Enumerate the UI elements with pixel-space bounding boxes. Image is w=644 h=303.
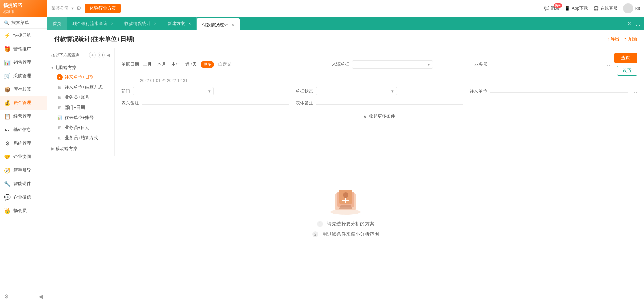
empty-icon xyxy=(325,183,366,217)
scheme-item-staff-account[interactable]: ⊞ 业务员+账号 xyxy=(47,92,114,102)
sidebar-collapse-btn[interactable]: ◀ xyxy=(39,293,43,300)
filter-table-body-note: 表体备注 xyxy=(296,100,463,106)
sidebar-item-corp[interactable]: 🤝 企业协同 xyxy=(0,150,47,163)
messages-badge: 99+ xyxy=(554,3,562,8)
staff-account-icon: ⊞ xyxy=(57,94,63,100)
avatar xyxy=(623,3,633,13)
sidebar-item-system[interactable]: ⚙ 系统管理 xyxy=(0,137,47,150)
system-icon: ⚙ xyxy=(4,140,11,147)
table-body-note-label: 表体备注 xyxy=(296,100,313,106)
staff-ellipsis[interactable]: … xyxy=(605,61,610,67)
customer-service-btn[interactable]: 🎧 在线客服 xyxy=(593,5,618,11)
svg-point-4 xyxy=(343,192,348,198)
date-opt-custom[interactable]: 自定义 xyxy=(217,61,233,68)
sidebar-item-quick-nav[interactable]: ⚡ 快捷导航 xyxy=(0,29,47,42)
sidebar-version: 标准版 xyxy=(3,9,22,14)
sidebar-item-finance[interactable]: 💰 资金管理 xyxy=(0,96,47,110)
tab-expand-btn[interactable]: ⛶ xyxy=(635,21,641,27)
sidebar-item-label: 快捷导航 xyxy=(13,32,31,38)
hint-num-1: 1 xyxy=(317,221,323,227)
empty-state: 1 请先选择要分析的方案 2 用过滤条件来缩小分析范围 xyxy=(47,156,644,264)
partner-input[interactable] xyxy=(490,90,628,93)
tab-payment-stat[interactable]: 付款情况统计 × xyxy=(197,18,240,30)
sidebar-item-hardware[interactable]: 🔧 智能硬件 xyxy=(0,177,47,190)
sidebar-item-guide[interactable]: 🧭 新手引导 xyxy=(0,163,47,177)
inventory-icon: 📦 xyxy=(4,86,11,93)
sidebar-item-label: 智能硬件 xyxy=(13,181,31,187)
tab-bank-flow[interactable]: 现金银行流水查询 × xyxy=(67,17,119,30)
sidebar-item-inventory[interactable]: 📦 库存核算 xyxy=(0,83,47,96)
sidebar-item-wechat[interactable]: 💬 企业微信 xyxy=(0,190,47,204)
app-download-btn[interactable]: 📱 App下载 xyxy=(565,5,588,11)
sidebar-item-marketing[interactable]: 🎁 营销推广 xyxy=(0,42,47,56)
date-opt-last-7-days[interactable]: 近7天 xyxy=(184,61,198,68)
add-scheme-btn[interactable]: + xyxy=(89,52,96,58)
user-avatar[interactable]: Rit xyxy=(623,3,640,13)
staff-input[interactable] xyxy=(490,63,601,66)
company-dropdown-icon[interactable]: ▾ xyxy=(71,6,74,11)
partner-settle-icon: ⊞ xyxy=(57,84,63,90)
service-icon: 🎧 xyxy=(593,6,599,11)
tab-income-stat-close[interactable]: × xyxy=(154,21,156,26)
sidebar-item-basic[interactable]: 🗂 基础信息 xyxy=(0,123,47,137)
scheme-settings-btn[interactable]: ⚙ xyxy=(98,52,105,58)
filter-row-3: 表头备注 表体备注 xyxy=(121,100,637,106)
collapse-filter-btn[interactable]: ∧ 收起更多条件 xyxy=(128,111,631,121)
tab-home[interactable]: 首页 xyxy=(47,17,67,30)
tab-close-all-btn[interactable]: × xyxy=(628,21,631,27)
desktop-group-header[interactable]: ▾ 电脑端方案 xyxy=(47,63,114,72)
messages-btn[interactable]: 💬 消息 99+ xyxy=(544,5,559,11)
guide-icon: 🧭 xyxy=(4,167,11,174)
partner-date-icon: ● xyxy=(57,74,63,80)
collapse-scheme-btn[interactable]: ◀ xyxy=(107,52,110,58)
scheme-panel-controls: + ⚙ ◀ xyxy=(89,52,110,58)
export-btn[interactable]: ↑ 导出 xyxy=(607,36,620,42)
table-body-note-input[interactable] xyxy=(316,102,463,105)
scheme-item-partner-date[interactable]: ● 往来单位+日期 xyxy=(47,72,114,82)
sidebar-item-operation[interactable]: 📋 经营管理 xyxy=(0,110,47,123)
partner-ellipsis[interactable]: … xyxy=(632,88,637,94)
scheme-item-partner-settle[interactable]: ⊞ 往来单位+结算方式 xyxy=(47,82,114,92)
sidebar-settings-btn[interactable]: ⚙ xyxy=(4,293,9,300)
scheme-panel-header: 按以下方案查询 + ⚙ ◀ xyxy=(47,52,114,61)
filter-date: 单据日期 上月 本月 本年 近7天 更多 自定义 xyxy=(121,61,325,68)
main-content: 某某公司 ▾ ⚙ 体验行业方案 💬 消息 99+ 📱 App下载 🎧 在线客服 xyxy=(47,0,644,303)
filter-settings-btn[interactable]: 设置 xyxy=(617,66,637,76)
table-header-note-input[interactable] xyxy=(142,102,289,105)
query-btn[interactable]: 查询 xyxy=(614,53,637,63)
date-opt-more[interactable]: 更多 xyxy=(201,61,214,68)
purchase-icon: 🛒 xyxy=(4,72,11,79)
refresh-btn[interactable]: ↺ 刷新 xyxy=(623,36,637,42)
page-content: 付款情况统计(往来单位+日期) ↑ 导出 ↺ 刷新 xyxy=(47,30,644,303)
tab-payment-stat-close[interactable]: × xyxy=(232,23,234,27)
date-opt-last-month[interactable]: 上月 xyxy=(142,61,153,68)
date-opt-this-year[interactable]: 本年 xyxy=(170,61,181,68)
topbar-settings-icon[interactable]: ⚙ xyxy=(76,5,81,11)
scheme-item-dept-date[interactable]: ⊞ 部门+日期 xyxy=(47,102,114,113)
sidebar-item-purchase[interactable]: 🛒 采购管理 xyxy=(0,69,47,83)
filter-row-1: 单据日期 上月 本月 本年 近7天 更多 自定义 xyxy=(121,53,637,76)
mobile-group-collapse-icon: ▶ xyxy=(51,146,54,151)
tab-new-scheme-close[interactable]: × xyxy=(188,21,191,26)
sidebar-item-member[interactable]: 👑 畅会员 xyxy=(0,204,47,217)
date-opt-this-month[interactable]: 本月 xyxy=(156,61,167,68)
status-select[interactable]: ▾ xyxy=(316,87,397,95)
dept-select[interactable]: ▾ xyxy=(133,87,214,95)
tab-bank-flow-close[interactable]: × xyxy=(111,21,113,26)
hint-text-1: 请先选择要分析的方案 xyxy=(327,221,374,227)
scheme-item-staff-date[interactable]: ⊞ 业务员+日期 xyxy=(47,123,114,133)
trial-btn[interactable]: 体验行业方案 xyxy=(85,4,121,13)
date-range-text: 2022-01-01 至 2022-12-31 xyxy=(140,78,187,83)
mobile-group-header[interactable]: ▶ 移动端方案 xyxy=(47,144,114,153)
scheme-item-staff-settle[interactable]: ⊞ 业务员+结算方式 xyxy=(47,133,114,143)
sidebar-item-sales[interactable]: 📊 销售管理 xyxy=(0,56,47,69)
source-select[interactable]: ▾ xyxy=(352,60,433,69)
partner-account-icon: 📊 xyxy=(57,115,63,121)
scheme-item-partner-account[interactable]: 📊 往来单位+账号 xyxy=(47,113,114,123)
search-menu[interactable]: 🔍 搜索菜单 xyxy=(0,17,47,29)
tab-income-stat[interactable]: 收款情况统计 × xyxy=(119,17,162,30)
page-header: 付款情况统计(往来单位+日期) ↑ 导出 ↺ 刷新 xyxy=(47,30,644,48)
tab-new-scheme[interactable]: 新建方案 × xyxy=(162,17,197,30)
filter-status: 单据状态 ▾ xyxy=(296,87,463,95)
dept-label: 部门 xyxy=(121,88,130,94)
